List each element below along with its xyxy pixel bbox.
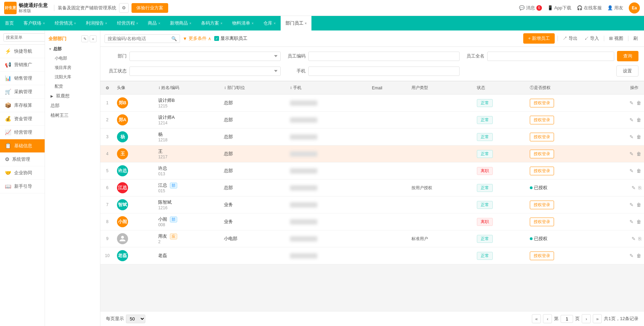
row4-delete-icon[interactable]: 🗑 xyxy=(636,151,641,157)
tab-warehouse[interactable]: 仓库 × xyxy=(258,16,281,30)
page-input[interactable] xyxy=(561,315,573,323)
row3-delete-icon[interactable]: 🗑 xyxy=(636,134,641,140)
search-input[interactable] xyxy=(108,35,170,43)
nav-item-shortcuts[interactable]: ⚡ 快捷导航 xyxy=(0,45,45,58)
show-resigned-toggle[interactable]: ✓ 显示离职员工 xyxy=(214,35,247,42)
tab-employees[interactable]: 部门员工 × xyxy=(281,16,312,30)
row10-auth-btn[interactable]: 授权登录 xyxy=(530,252,554,260)
row7-delete-icon[interactable]: 🗑 xyxy=(636,202,641,208)
row7-edit-icon[interactable]: ✎ xyxy=(629,202,634,208)
nav-item-marketing[interactable]: 📢 营销推广 xyxy=(0,58,45,72)
dept-edit-btn[interactable]: ✎ xyxy=(81,35,88,42)
row5-edit-icon[interactable]: ✎ xyxy=(629,168,634,174)
th-settings[interactable]: ⚙ xyxy=(100,81,114,95)
row3-auth-btn[interactable]: 授权登录 xyxy=(530,133,554,141)
nav-item-purchase[interactable]: 🛒 采购管理 xyxy=(0,85,45,99)
more-conditions-btn[interactable]: ▼ 更多条件 ∧ xyxy=(183,35,211,42)
refresh-button[interactable]: 刷 xyxy=(631,34,640,43)
row4-edit-icon[interactable]: ✎ xyxy=(629,151,634,157)
row1-delete-icon[interactable]: 🗑 xyxy=(636,100,641,106)
dept-collapse-btn[interactable]: « xyxy=(90,35,97,42)
export-button[interactable]: ↗ 导出 xyxy=(561,34,580,43)
tab-bom[interactable]: 物料清单 × xyxy=(227,16,258,30)
tab-history[interactable]: 经营历程 × xyxy=(112,16,143,30)
view-button[interactable]: ⊞ 视图 xyxy=(607,34,625,43)
query-button[interactable]: 查询 xyxy=(617,51,638,61)
tab-home[interactable]: 首页 xyxy=(0,16,19,30)
first-page-btn[interactable]: « xyxy=(532,314,541,323)
row10-delete-icon[interactable]: 🗑 xyxy=(636,253,641,258)
tab-profit-close[interactable]: × xyxy=(105,21,107,25)
nav-item-business[interactable]: 📈 经营管理 xyxy=(0,126,45,139)
tab-warehouse-close[interactable]: × xyxy=(274,21,276,25)
row3-edit-icon[interactable]: ✎ xyxy=(629,134,634,140)
row9-edit-icon[interactable]: ✎ xyxy=(632,236,636,241)
trial-button[interactable]: 体验行业方案 xyxy=(131,3,168,13)
row1-auth-btn[interactable]: 授权登录 xyxy=(530,99,554,107)
dept-sub-project[interactable]: 项目库房 xyxy=(45,63,100,72)
dept-section-head[interactable]: ▼ 总部 xyxy=(45,44,100,54)
nav-item-sales[interactable]: 📊 销售管理 xyxy=(0,72,45,85)
nav-item-system[interactable]: ⚙ 系统管理 xyxy=(0,153,45,166)
row10-edit-icon[interactable]: ✎ xyxy=(629,253,634,258)
dept-sub-shenyang[interactable]: 沈阳大库 xyxy=(45,72,100,82)
row6-edit-icon[interactable]: ✎ xyxy=(632,185,636,191)
row9-copy-icon[interactable]: ⎘ xyxy=(638,236,641,241)
nav-item-guide[interactable]: 📖 新手引导 xyxy=(0,180,45,193)
page-size-select[interactable]: 50 100 xyxy=(126,315,145,323)
row4-auth-btn[interactable]: 授权登录 xyxy=(530,150,554,158)
row5-auth-btn[interactable]: 授权登录 xyxy=(530,167,554,175)
tab-profit[interactable]: 利润报告 × xyxy=(81,16,112,30)
nav-item-collab[interactable]: 🤝 企业协同 xyxy=(0,166,45,180)
empname-input[interactable] xyxy=(487,52,614,61)
tab-customer[interactable]: 客户联络 × xyxy=(19,16,50,30)
row2-delete-icon[interactable]: 🗑 xyxy=(636,117,641,123)
user-button[interactable]: 👤 用友 xyxy=(607,5,623,11)
row1-edit-icon[interactable]: ✎ xyxy=(629,100,634,106)
dept-sub-distribution[interactable]: 配货 xyxy=(45,82,100,91)
tab-customer-close[interactable]: × xyxy=(43,21,45,25)
tab-newgoods-close[interactable]: × xyxy=(189,21,191,25)
nav-item-basic[interactable]: 📋 基础信息 xyxy=(0,139,45,153)
left-nav-search-input[interactable] xyxy=(3,33,45,42)
phone-input[interactable] xyxy=(308,67,460,76)
reset-button[interactable]: 设置 xyxy=(616,65,638,77)
tab-history-close[interactable]: × xyxy=(136,21,138,25)
dept-sub-xiaodian[interactable]: 小电部 xyxy=(45,54,100,63)
row6-copy-icon[interactable]: ⎘ xyxy=(638,185,641,191)
tab-customer-label: 客户联络 xyxy=(24,20,42,26)
nav-item-finance[interactable]: 💰 资金管理 xyxy=(0,112,45,126)
row2-edit-icon[interactable]: ✎ xyxy=(629,117,634,123)
tab-barcode[interactable]: 条码方案 × xyxy=(196,16,227,30)
tab-goods-close[interactable]: × xyxy=(158,21,160,25)
empstatus-select[interactable] xyxy=(129,67,281,76)
row8-auth-btn[interactable]: 授权登录 xyxy=(530,218,554,226)
dept-item-zongbu[interactable]: 总部 xyxy=(45,101,100,111)
empcode-input[interactable] xyxy=(308,52,460,61)
tab-bom-close[interactable]: × xyxy=(252,21,254,25)
prev-page-btn[interactable]: ‹ xyxy=(543,314,552,323)
nav-item-inventory[interactable]: 📦 库存核算 xyxy=(0,99,45,112)
row8-delete-icon[interactable]: 🗑 xyxy=(636,219,641,224)
last-page-btn[interactable]: » xyxy=(593,314,602,323)
import-button[interactable]: ↙ 导入 xyxy=(582,34,601,43)
tab-employees-close[interactable]: × xyxy=(305,21,307,25)
row5-delete-icon[interactable]: 🗑 xyxy=(636,168,641,174)
online-service-button[interactable]: 🎧 在线客服 xyxy=(577,5,602,11)
tab-newgoods[interactable]: 新增商品 × xyxy=(165,16,196,30)
row8-edit-icon[interactable]: ✎ xyxy=(629,219,634,224)
dept-item-zhishu[interactable]: 植树王三 xyxy=(45,111,100,120)
gear-button[interactable]: ⚙ xyxy=(119,3,129,13)
app-download-button[interactable]: 📱 App下载 xyxy=(547,5,571,11)
message-button[interactable]: 💬 消息 6 xyxy=(519,5,542,11)
dept-select[interactable] xyxy=(129,52,281,61)
tab-barcode-close[interactable]: × xyxy=(220,21,223,25)
dept-item-shuanglu[interactable]: ▶ 双鹿想 xyxy=(45,91,100,101)
tab-operation[interactable]: 经营情况 × xyxy=(50,16,81,30)
next-page-btn[interactable]: › xyxy=(582,314,591,323)
tab-operation-close[interactable]: × xyxy=(74,21,76,25)
row7-auth-btn[interactable]: 授权登录 xyxy=(530,201,554,209)
add-employee-button[interactable]: + 新增员工 xyxy=(523,33,555,44)
tab-goods[interactable]: 商品 × xyxy=(143,16,165,30)
row2-auth-btn[interactable]: 授权登录 xyxy=(530,116,554,124)
